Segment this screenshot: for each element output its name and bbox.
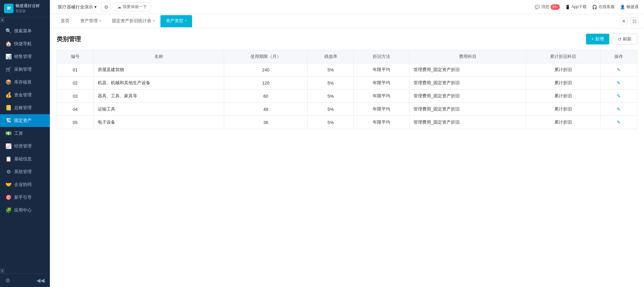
nav-icon-operations: 📈 — [5, 143, 11, 149]
settings-icon[interactable]: ⚙ — [5, 277, 10, 284]
tab-close-fixed-asset-table[interactable]: × — [153, 19, 155, 23]
cell-code: 04 — [57, 103, 94, 116]
table-column-header: 操作 — [600, 50, 637, 63]
cell-period: 240 — [224, 63, 308, 76]
user-icon: 👤 — [620, 5, 625, 9]
cell-residual: 5% — [308, 103, 354, 116]
nav-icon-enterprise: 🤝 — [5, 182, 11, 188]
sidebar: 财 畅捷通好业财 普及版 ▲ 🔍 搜索菜单 🏠 快捷导航 📊 销售管理 🛒 采购… — [0, 0, 50, 287]
table-column-header: 使用期限（月） — [224, 50, 308, 63]
sidebar-item-finance[interactable]: 💰 资金管理 — [0, 89, 50, 101]
cell-period: 60 — [224, 90, 308, 103]
cell-residual: 5% — [308, 76, 354, 90]
cell-accumulated: 累计折旧 — [526, 90, 600, 103]
cell-edit[interactable]: ✎ — [600, 76, 637, 90]
messages-button[interactable]: 💬 消息 99+ — [535, 4, 560, 10]
tabbar: 首页资产管理×固定资产折旧统计表×资产类型× ✕ ⊡ — [50, 14, 644, 28]
sidebar-footer: ⚙ ◀◀ — [0, 274, 50, 287]
cell-expense: 管理费用_固定资产折旧 — [409, 103, 526, 116]
sidebar-item-operations[interactable]: 📈 经营管理 — [0, 140, 50, 153]
sidebar-scroll-down[interactable]: ▼ — [0, 268, 5, 274]
cell-accumulated: 累计折旧 — [526, 116, 600, 129]
user-label: 畅捷通 — [626, 4, 639, 10]
service-icon: 🎧 — [592, 5, 597, 9]
close-window-button[interactable]: ✕ — [620, 17, 628, 25]
chevron-down-icon: ▾ — [94, 4, 97, 9]
sidebar-item-sys-mgmt[interactable]: ⚙ 系统管理 — [0, 165, 50, 178]
sidebar-scroll-up[interactable]: ▲ — [0, 17, 5, 23]
edit-icon[interactable]: ✎ — [617, 106, 621, 112]
main-area: 医疗器械行业演示 ▾ ⚙ ☁ 我要体验一下 💬 消息 99+ 📱 App下载 — [50, 0, 644, 287]
refresh-button[interactable]: ↺ 刷新 — [612, 34, 637, 44]
tab-label-asset-type: 资产类型 — [166, 18, 183, 24]
edit-icon[interactable]: ✎ — [617, 67, 621, 72]
sidebar-item-salary[interactable]: 💵 工资 — [0, 127, 50, 140]
sidebar-item-basic-info[interactable]: 📋 基础信息 — [0, 153, 50, 165]
cell-edit[interactable]: ✎ — [600, 103, 637, 116]
edit-icon[interactable]: ✎ — [617, 80, 621, 86]
app-download-label: App下载 — [572, 4, 587, 10]
tab-close-asset-mgmt[interactable]: × — [99, 19, 101, 23]
edit-icon[interactable]: ✎ — [617, 93, 621, 99]
sidebar-item-inventory[interactable]: 📦 库存核算 — [0, 76, 50, 89]
nav-icon-basic-info: 📋 — [5, 156, 11, 162]
nav-label-basic-info: 基础信息 — [14, 156, 32, 162]
sidebar-item-ledger[interactable]: 📒 总账管理 — [0, 101, 50, 114]
sidebar-item-search[interactable]: 🔍 搜索菜单 — [0, 25, 50, 37]
table-row: 01房屋及建筑物2405%年限平均管理费用_固定资产折旧累计折旧✎ — [57, 63, 637, 76]
table-column-header: 折旧方法 — [354, 50, 409, 63]
messages-badge: 99+ — [551, 4, 560, 10]
sidebar-item-quick-nav[interactable]: 🏠 快捷导航 — [0, 37, 50, 50]
nav-label-quick-nav: 快捷导航 — [14, 41, 32, 47]
maximize-window-button[interactable]: ⊡ — [631, 17, 639, 25]
tab-fixed-asset-table[interactable]: 固定资产折旧统计表× — [106, 15, 160, 27]
company-settings-button[interactable]: ⚙ — [101, 2, 111, 12]
tab-home[interactable]: 首页 — [55, 15, 75, 27]
topbar-right: 💬 消息 99+ 📱 App下载 🎧 在线客服 👤 畅捷通 — [535, 4, 639, 10]
cell-edit[interactable]: ✎ — [600, 63, 637, 76]
tab-label-home: 首页 — [61, 18, 69, 24]
header-row: 编号名称使用期限（月）残值率折旧方法费用科目累计折旧科目操作 — [57, 50, 637, 63]
page-title: 类别管理 — [57, 35, 81, 43]
cell-edit[interactable]: ✎ — [600, 90, 637, 103]
cell-period: 36 — [224, 116, 308, 129]
edit-icon[interactable]: ✎ — [617, 120, 621, 125]
cell-name: 运输工具 — [94, 103, 224, 116]
tab-label-fixed-asset-table: 固定资产折旧统计表 — [112, 18, 151, 24]
tab-close-asset-type[interactable]: × — [185, 19, 187, 23]
tab-asset-type[interactable]: 资产类型× — [160, 15, 192, 27]
cell-accumulated: 累计折旧 — [526, 103, 600, 116]
cell-code: 02 — [57, 76, 94, 90]
cell-expense: 管理费用_固定资产折旧 — [409, 63, 526, 76]
experience-button[interactable]: ☁ 我要体验一下 — [113, 2, 151, 11]
company-selector[interactable]: 医疗器械行业演示 ▾ — [55, 3, 99, 11]
collapse-icon[interactable]: ◀◀ — [36, 277, 44, 284]
sidebar-item-enterprise[interactable]: 🤝 企业协同 — [0, 178, 50, 191]
sidebar-item-fixed-assets[interactable]: 🏗 固定资产 — [0, 114, 50, 127]
nav-icon-sys-mgmt: ⚙ — [5, 169, 11, 175]
nav-label-purchase: 采购管理 — [14, 66, 32, 72]
refresh-label: 刷新 — [623, 36, 632, 42]
nav-icon-finance: 💰 — [5, 92, 11, 98]
new-button[interactable]: + 新增 — [586, 34, 609, 44]
sidebar-item-purchase[interactable]: 🛒 采购管理 — [0, 63, 50, 76]
tab-asset-mgmt[interactable]: 资产管理× — [75, 15, 106, 27]
window-controls: ✕ ⊡ — [620, 17, 639, 25]
nav-label-sales: 销售管理 — [14, 54, 32, 60]
table-row: 03器具、工具、家具等605%年限平均管理费用_固定资产折旧累计折旧✎ — [57, 90, 637, 103]
cell-edit[interactable]: ✎ — [600, 116, 637, 129]
sidebar-item-app-center[interactable]: 🧩 应用中心 — [0, 204, 50, 217]
gear-icon: ⚙ — [104, 4, 109, 10]
table-body: 01房屋及建筑物2405%年限平均管理费用_固定资产折旧累计折旧✎02机器、机械… — [57, 63, 637, 129]
user-menu[interactable]: 👤 畅捷通 — [620, 4, 639, 10]
sidebar-item-guide[interactable]: 🎯 新手引导 — [0, 191, 50, 204]
table-header: 编号名称使用期限（月）残值率折旧方法费用科目累计折旧科目操作 — [57, 50, 637, 63]
nav-icon-fixed-assets: 🏗 — [5, 118, 11, 124]
topbar-left: 医疗器械行业演示 ▾ ⚙ ☁ 我要体验一下 — [55, 2, 531, 12]
cell-method: 年限平均 — [354, 103, 409, 116]
sidebar-item-sales[interactable]: 📊 销售管理 — [0, 50, 50, 63]
nav-label-app-center: 应用中心 — [14, 207, 32, 213]
cell-method: 年限平均 — [354, 116, 409, 129]
app-download-button[interactable]: 📱 App下载 — [565, 4, 587, 10]
online-service-button[interactable]: 🎧 在线客服 — [592, 4, 615, 10]
